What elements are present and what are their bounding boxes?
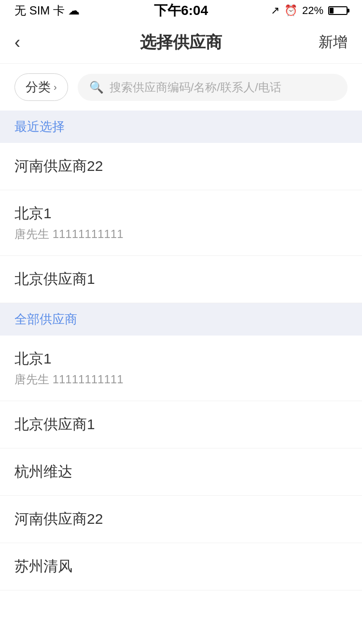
nav-bar: ‹ 选择供应商 新增 [0,21,362,64]
item-name: 杭州维达 [14,462,348,482]
recent-list-item[interactable]: 北京供应商1 [0,256,362,303]
status-left: 无 SIM 卡 ☁ [14,3,80,18]
status-right: ↗ ⏰ 22% [271,4,348,17]
item-sub: 唐先生 11111111111 [14,226,348,242]
recent-section-label: 最近选择 [14,119,65,134]
item-name: 北京供应商1 [14,269,348,289]
all-section-label: 全部供应商 [14,312,77,326]
all-section-header: 全部供应商 [0,303,362,336]
search-bar: 分类 › 🔍 搜索供应商编码/名称/联系人/电话 [0,64,362,111]
all-list-item[interactable]: 河南供应商22 [0,496,362,543]
location-icon: ↗ [271,4,279,17]
item-name: 苏州清风 [14,557,348,576]
page-title: 选择供应商 [140,31,222,54]
recent-section-header: 最近选择 [0,111,362,143]
recent-list-item[interactable]: 河南供应商22 [0,143,362,190]
recent-list-item[interactable]: 北京1 唐先生 11111111111 [0,190,362,256]
item-name: 北京1 [14,349,348,369]
all-list: 北京1 唐先生 11111111111 北京供应商1杭州维达河南供应商22苏州清… [0,336,362,590]
all-list-item[interactable]: 苏州清风 [0,543,362,590]
category-label: 分类 [26,79,51,96]
item-name: 河南供应商22 [14,156,348,176]
item-name: 北京1 [14,204,348,224]
alarm-icon: ⏰ [284,4,297,17]
search-placeholder: 搜索供应商编码/名称/联系人/电话 [110,80,281,95]
add-button[interactable]: 新增 [319,32,348,52]
search-icon: 🔍 [89,81,104,94]
chevron-right-icon: › [54,82,57,93]
recent-list: 河南供应商22 北京1 唐先生 11111111111 北京供应商1 [0,143,362,303]
battery-percent: 22% [302,4,323,17]
search-input-wrap[interactable]: 🔍 搜索供应商编码/名称/联系人/电话 [78,74,348,101]
battery-icon [328,6,348,15]
sim-text: 无 SIM 卡 ☁ [14,3,80,18]
status-bar: 无 SIM 卡 ☁ 下午6:04 ↗ ⏰ 22% [0,0,362,21]
status-time: 下午6:04 [154,1,208,20]
category-filter-button[interactable]: 分类 › [14,73,68,101]
item-name: 河南供应商22 [14,509,348,529]
item-sub: 唐先生 11111111111 [14,372,348,387]
item-name: 北京供应商1 [14,415,348,434]
all-list-item[interactable]: 北京供应商1 [0,401,362,448]
all-list-item[interactable]: 杭州维达 [0,448,362,496]
back-button[interactable]: ‹ [14,32,43,53]
all-list-item[interactable]: 北京1 唐先生 11111111111 [0,336,362,401]
